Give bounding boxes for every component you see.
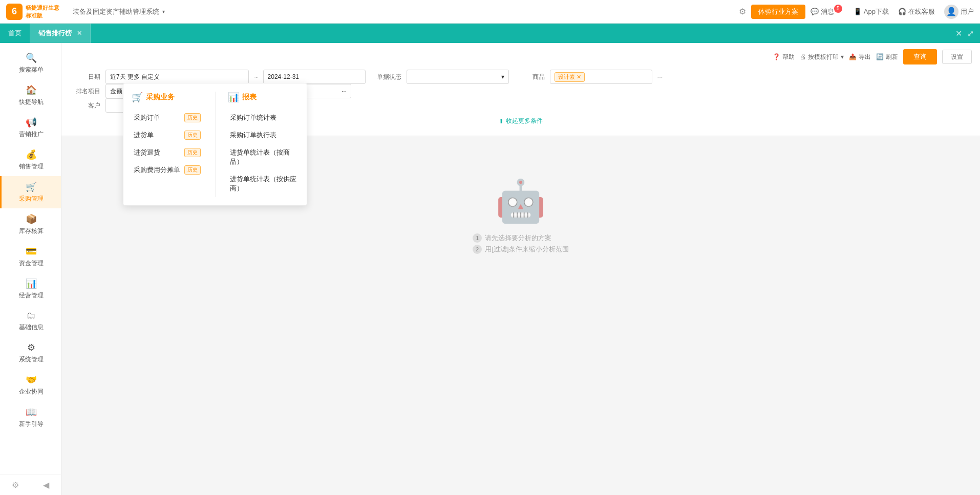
sidebar-item-marketing[interactable]: 📢 营销推广 [0, 112, 61, 144]
menu-item-order-stats[interactable]: 采购订单统计表 [228, 109, 299, 126]
home-icon: 🏠 [26, 84, 37, 96]
title-dropdown[interactable]: ▾ [162, 9, 165, 14]
tabbar: 首页 销售排行榜 ✕ ✕ ⤢ [0, 24, 980, 43]
enterprise-icon: 🤝 [26, 374, 37, 385]
set-btn[interactable]: 设置 [942, 50, 972, 64]
sidebar-item-inventory[interactable]: 📦 库存核算 [0, 208, 61, 241]
menu-col-purchase-title: 🛒 采购业务 [132, 92, 203, 103]
settings-icon[interactable]: ⚙ [739, 7, 746, 16]
tab-home[interactable]: 首页 [0, 24, 30, 43]
tab-sales-rank-label: 销售排行榜 [38, 29, 72, 38]
rank-label: 排名项目 [70, 87, 100, 96]
sidebar-item-guide[interactable]: 📖 新手引导 [0, 401, 61, 434]
tab-sales-rank[interactable]: 销售排行榜 ✕ [30, 24, 91, 43]
refresh-icon: 🔄 [876, 53, 884, 60]
customer-label: 客户 [70, 101, 100, 110]
industry-btn[interactable]: 体验行业方案 [751, 5, 805, 19]
collapse-up-icon: ⬆ [499, 118, 504, 125]
tabbar-right: ✕ ⤢ [955, 29, 980, 38]
system-icon: ⚙ [27, 342, 35, 353]
empty-robot-icon: 🤖 [495, 177, 546, 225]
voucher-status-select[interactable]: ▾ [407, 70, 509, 84]
goods-more-icon[interactable]: ··· [657, 73, 663, 81]
menu-item-incoming[interactable]: 进货单 历史 [132, 126, 203, 144]
system-title: 装备及固定资产辅助管理系统 ▾ [73, 7, 734, 16]
filter-toolbar: ❓ 帮助 🖨 按模板打印 ▾ 📤 导出 🔄 刷新 查询 设置 [70, 49, 972, 64]
query-btn[interactable]: 查询 [903, 49, 937, 64]
purchase-dropdown-menu: 🛒 采购业务 采购订单 历史 进货单 历史 进货退货 历史 采购费用分摊单 [123, 83, 307, 206]
headset-icon: 🎧 [898, 8, 906, 15]
sidebar-item-search[interactable]: 🔍 搜索菜单 [0, 47, 61, 79]
print-btn[interactable]: 🖨 按模板打印 ▾ [800, 53, 844, 61]
sidebar-item-system[interactable]: ⚙ 系统管理 [0, 337, 61, 369]
search-icon: 🔍 [26, 52, 37, 63]
logo-icon: 6 [6, 4, 23, 20]
phone-icon: 📱 [854, 8, 862, 15]
menu-item-incoming-by-supplier[interactable]: 进货单统计表（按供应商） [228, 170, 299, 197]
menu-col-reports: 📊 报表 采购订单统计表 采购订单执行表 进货单统计表（按商品） 进货单统计表（… [228, 92, 299, 197]
marketing-icon: 📢 [26, 117, 37, 128]
print-icon: 🖨 [800, 53, 806, 60]
sidebar-item-operation[interactable]: 📊 经营管理 [0, 273, 61, 305]
operation-icon: 📊 [26, 278, 37, 289]
history-tag-1: 历史 [184, 131, 201, 140]
guide-icon: 📖 [26, 406, 37, 418]
app-download-btn[interactable]: 📱 App下载 [854, 7, 889, 16]
empty-text: 1 请先选择要分析的方案 2 用[过滤]条件来缩小分析范围 [473, 231, 568, 256]
logo-line2: 标准版 [26, 12, 59, 19]
sidebar-bottom: ⚙ ◀ [0, 475, 61, 495]
menu-item-return[interactable]: 进货退货 历史 [132, 144, 203, 161]
message-btn[interactable]: 💬 消息 5 [811, 7, 844, 16]
date-to-separator: ~ [254, 73, 258, 81]
salesman-dots: ··· [342, 88, 347, 95]
tab-home-label: 首页 [8, 29, 22, 38]
sales-icon: 💰 [26, 149, 37, 160]
tab-close-all-icon[interactable]: ✕ [955, 29, 962, 38]
message-icon: 💬 [811, 8, 819, 15]
base-icon: 🗂 [27, 310, 36, 321]
topbar: 6 畅捷通好生意 标准版 装备及固定资产辅助管理系统 ▾ ⚙ 体验行业方案 💬 … [0, 0, 980, 24]
refresh-btn[interactable]: 🔄 刷新 [876, 53, 898, 61]
topbar-right: 💬 消息 5 📱 App下载 🎧 在线客服 👤 用户 [811, 5, 974, 19]
history-tag-2: 历史 [184, 148, 201, 157]
date-end-input[interactable]: 2024-12-31 [263, 70, 366, 84]
history-tag-3: 历史 [184, 165, 201, 175]
goods-input[interactable]: 设计素 ✕ [550, 70, 652, 84]
menu-col-reports-title: 📊 报表 [228, 92, 299, 103]
avatar: 👤 [944, 5, 958, 19]
sidebar-item-base[interactable]: 🗂 基础信息 [0, 305, 61, 337]
tab-close-icon[interactable]: ✕ [77, 30, 82, 37]
sidebar-item-purchase[interactable]: 🛒 采购管理 [0, 176, 61, 208]
sidebar-item-quick-nav[interactable]: 🏠 快捷导航 [0, 79, 61, 112]
message-badge: 5 [834, 5, 842, 13]
sidebar-item-capital[interactable]: 💳 资金管理 [0, 241, 61, 273]
date-label: 日期 [70, 73, 100, 81]
export-icon: 📤 [849, 53, 857, 60]
sidebar-settings-icon[interactable]: ⚙ [12, 480, 19, 490]
capital-icon: 💳 [26, 246, 37, 257]
voucher-status-label: 单据状态 [371, 73, 401, 81]
help-btn[interactable]: ❓ 帮助 [773, 53, 795, 61]
sidebar-item-sales[interactable]: 💰 销售管理 [0, 144, 61, 176]
user-btn[interactable]: 👤 用户 [944, 5, 974, 19]
menu-item-purchase-order[interactable]: 采购订单 历史 [132, 109, 203, 126]
sidebar-item-enterprise[interactable]: 🤝 企业协同 [0, 369, 61, 401]
history-tag-0: 历史 [184, 113, 201, 122]
purchase-col-icon: 🛒 [132, 92, 143, 103]
filter-row-1: 日期 近7天 更多 自定义 ~ 2024-12-31 单据状态 ▾ 商品 设计素 [70, 70, 972, 84]
logo: 6 畅捷通好生意 标准版 [6, 4, 68, 20]
export-btn[interactable]: 📤 导出 [849, 53, 871, 61]
menu-item-incoming-by-goods[interactable]: 进货单统计表（按商品） [228, 144, 299, 170]
help-icon: ❓ [773, 53, 780, 60]
menu-item-expense[interactable]: 采购费用分摊单 历史 [132, 161, 203, 179]
select-arrow-icon: ▾ [501, 73, 504, 80]
print-dropdown-icon[interactable]: ▾ [841, 53, 844, 60]
menu-item-order-exec[interactable]: 采购订单执行表 [228, 126, 299, 144]
goods-tag-close[interactable]: ✕ [577, 74, 581, 80]
sidebar-collapse-icon[interactable]: ◀ [43, 480, 49, 490]
date-input[interactable]: 近7天 更多 自定义 [105, 70, 249, 84]
logo-line1: 畅捷通好生意 [26, 4, 59, 11]
menu-col-purchase: 🛒 采购业务 采购订单 历史 进货单 历史 进货退货 历史 采购费用分摊单 [132, 92, 203, 197]
tab-expand-icon[interactable]: ⤢ [967, 29, 974, 38]
online-service-btn[interactable]: 🎧 在线客服 [898, 7, 935, 16]
